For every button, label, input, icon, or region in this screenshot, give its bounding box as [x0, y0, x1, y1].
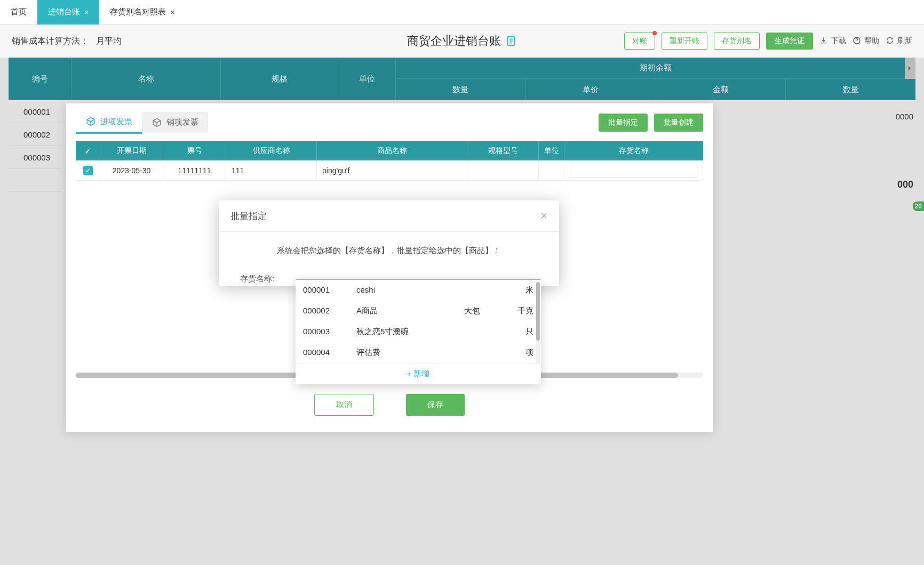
toolbar: 对账 重新开账 存货别名 生成凭证 下载 帮助 刷新: [624, 33, 912, 50]
row-checkbox-cell[interactable]: ✓: [76, 160, 100, 180]
row-invoice-no[interactable]: 11111111: [163, 160, 226, 180]
row-supplier: 111: [226, 160, 317, 180]
reopen-button[interactable]: 重新开账: [662, 33, 707, 50]
item-code: 000001: [303, 285, 356, 295]
page-title: 商贸企业进销台账: [407, 33, 517, 49]
col-supplier: 供应商名称: [226, 141, 317, 160]
col-spec-model: 规格型号: [467, 141, 539, 160]
item-name: 评估费: [356, 348, 464, 358]
tab-alias[interactable]: 存货别名对照表 ×: [99, 0, 185, 25]
inventory-alias-button[interactable]: 存货别名: [714, 33, 760, 50]
refresh-link[interactable]: 刷新: [886, 36, 912, 46]
inventory-dropdown: 000001 ceshi 米 000002 A商品 大包 千克 000003 秋…: [296, 279, 541, 384]
page-title-text: 商贸企业进销台账: [407, 33, 501, 49]
tab-input-label: 进项发票: [100, 117, 132, 127]
tab-home-label: 首页: [11, 7, 27, 17]
generate-voucher-button[interactable]: 生成凭证: [766, 33, 813, 50]
invoice-row[interactable]: ✓ 2023-05-30 11111111 111 ping'gu'f: [76, 160, 703, 181]
modal-title: 批量指定: [230, 210, 267, 222]
item-spec: 大包: [464, 306, 507, 316]
document-icon[interactable]: [505, 35, 517, 47]
item-name: ceshi: [356, 285, 464, 295]
close-icon[interactable]: ×: [170, 8, 174, 17]
bold-value-000: 000: [897, 179, 913, 190]
batch-assign-modal: 批量指定 × 系统会把您选择的【存货名称】，批量指定给选中的【商品】！ 存货名称…: [219, 200, 559, 286]
modal-hint: 系统会把您选择的【存货名称】，批量指定给选中的【商品】！: [240, 246, 538, 256]
panel-tabs: 进项发票 销项发票 批量指定 批量创建: [66, 103, 713, 134]
cost-method-text: 销售成本计算方法：: [12, 36, 89, 45]
item-unit: 米: [507, 285, 533, 295]
col-inventory: 存货名称: [564, 141, 703, 160]
reconcile-button[interactable]: 对账: [624, 33, 655, 50]
item-code: 000004: [303, 348, 356, 358]
item-unit: 项: [507, 348, 533, 358]
col-invoice-no: 票号: [163, 141, 226, 160]
item-spec: [464, 348, 507, 358]
help-icon: [853, 36, 861, 46]
item-unit: 千克: [507, 306, 533, 316]
item-unit: 只: [507, 327, 533, 337]
tab-home[interactable]: 首页: [0, 0, 37, 25]
save-button[interactable]: 保存: [406, 394, 465, 416]
refresh-text: 刷新: [897, 36, 912, 46]
download-icon: [819, 36, 828, 46]
close-icon[interactable]: ×: [540, 209, 547, 223]
col-product: 商品名称: [317, 141, 467, 160]
tab-output-label: 销项发票: [166, 117, 198, 127]
row-right-value: 0000: [896, 112, 913, 121]
dropdown-item[interactable]: 000004 评估费 项: [296, 342, 541, 363]
checkbox-icon[interactable]: ✓: [83, 166, 93, 175]
download-link[interactable]: 下载: [819, 36, 846, 46]
tab-input-invoice[interactable]: 进项发票: [76, 111, 142, 134]
download-text: 下载: [831, 36, 846, 46]
col-unit: 单位: [539, 141, 564, 160]
row-spec-model: [467, 160, 539, 180]
scrollbar-thumb[interactable]: [536, 282, 540, 341]
tab-ledger[interactable]: 进销台账 ×: [37, 0, 99, 25]
row-unit: [539, 160, 564, 180]
add-new-option[interactable]: + 新增: [296, 363, 541, 384]
tab-output-invoice[interactable]: 销项发票: [142, 112, 208, 133]
panel-actions: 批量指定 批量创建: [599, 114, 703, 132]
close-icon[interactable]: ×: [84, 8, 89, 17]
item-spec: [464, 327, 507, 337]
dropdown-scroll[interactable]: 000001 ceshi 米 000002 A商品 大包 千克 000003 秋…: [296, 280, 541, 363]
check-icon: ✓: [84, 146, 91, 156]
item-code: 000002: [303, 306, 356, 316]
col-date: 开票日期: [100, 141, 163, 160]
row-product: ping'gu'f: [317, 160, 467, 180]
dropdown-item[interactable]: 000002 A商品 大包 千克: [296, 301, 541, 321]
item-name: 秋之恋5寸澳碗: [356, 327, 464, 337]
help-link[interactable]: 帮助: [853, 36, 879, 46]
invoice-table-header: ✓ 开票日期 票号 供应商名称 商品名称 规格型号 单位 存货名称: [76, 141, 703, 160]
invoice-table: ✓ 开票日期 票号 供应商名称 商品名称 规格型号 单位 存货名称 ✓ 2023…: [76, 141, 703, 181]
dropdown-item[interactable]: 000001 ceshi 米: [296, 280, 541, 301]
col-checkbox[interactable]: ✓: [76, 141, 100, 160]
item-code: 000003: [303, 327, 356, 337]
batch-assign-button[interactable]: 批量指定: [599, 114, 648, 132]
item-name: A商品: [356, 306, 464, 316]
row-inventory[interactable]: [564, 160, 703, 180]
tab-alias-label: 存货别名对照表: [110, 7, 166, 17]
sub-header: 销售成本计算方法： 月平均 商贸企业进销台账 对账 重新开账 存货别名 生成凭证…: [0, 25, 924, 58]
help-text: 帮助: [864, 36, 879, 46]
cost-method-value: 月平均: [96, 36, 122, 45]
cost-method-label: 销售成本计算方法： 月平均: [12, 36, 122, 47]
inventory-input[interactable]: [570, 164, 697, 177]
tab-ledger-label: 进销台账: [48, 7, 80, 17]
modal-body: 系统会把您选择的【存货名称】，批量指定给选中的【商品】！ 存货名称:: [219, 232, 559, 284]
item-spec: [464, 285, 507, 295]
refresh-icon: [886, 36, 894, 46]
close-icon[interactable]: ×: [696, 110, 703, 125]
dropdown-item[interactable]: 000003 秋之恋5寸澳碗 只: [296, 321, 541, 342]
panel-footer-buttons: 取消 保存: [66, 394, 713, 416]
cube-icon: [85, 116, 96, 127]
row-date: 2023-05-30: [100, 160, 163, 180]
cancel-button[interactable]: 取消: [314, 394, 374, 416]
modal-header: 批量指定 ×: [219, 200, 559, 232]
top-tabs: 首页 进销台账 × 存货别名对照表 ×: [0, 0, 924, 25]
cube-icon: [152, 117, 162, 128]
vertical-scrollbar[interactable]: [536, 282, 540, 363]
